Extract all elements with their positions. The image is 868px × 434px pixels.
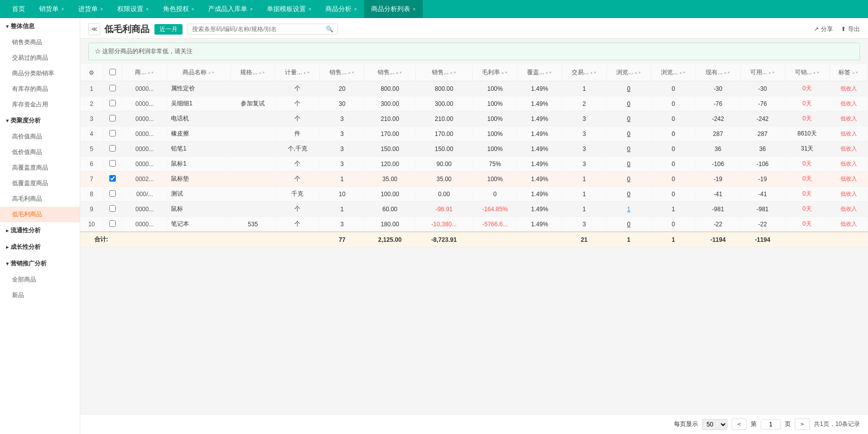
row-sales-amount: 60.00 xyxy=(365,202,416,217)
row-checkbox[interactable] xyxy=(109,175,116,182)
nav-role-auth[interactable]: 角色授权× xyxy=(156,0,202,18)
row-checkbox[interactable] xyxy=(109,190,116,197)
sidebar-group-overall-title[interactable]: ▾ 整体信息 xyxy=(0,18,80,35)
th-sales-qty[interactable]: 销售...▲▼ xyxy=(320,64,365,81)
th-browse2[interactable]: 浏览...▲▼ xyxy=(651,64,696,81)
row-coverage: 1.49% xyxy=(517,81,562,96)
nav-sales-order[interactable]: 销货单× xyxy=(32,0,71,18)
th-name[interactable]: 商品名称▲▼ xyxy=(167,64,231,81)
data-table: ⚙ 商...▲▼ 商品名称▲▼ 规格...▲▼ xyxy=(80,64,868,247)
page-number-input[interactable] xyxy=(761,419,781,429)
share-button[interactable]: ↗ 分享 xyxy=(814,25,833,34)
close-icon[interactable]: × xyxy=(100,7,103,12)
nav-home[interactable]: 首页 xyxy=(5,0,32,18)
th-sales-amount[interactable]: 销售...▲▼ xyxy=(365,64,416,81)
nav-product-warehouse[interactable]: 产成品入库单× xyxy=(201,0,260,18)
search-input[interactable] xyxy=(192,26,324,33)
th-unit[interactable]: 计量...▲▼ xyxy=(275,64,320,81)
nav-permission[interactable]: 权限设置× xyxy=(110,0,156,18)
th-settings[interactable]: ⚙ xyxy=(80,64,103,81)
total-sales-profit: -8,723.91 xyxy=(415,232,472,247)
sidebar-group-circulation-title[interactable]: ▸ 流通性分析 xyxy=(0,222,80,239)
sidebar-item-stock-capital[interactable]: 库存资金占用 xyxy=(0,97,80,112)
sidebar-item-low-coverage[interactable]: 低覆盖度商品 xyxy=(0,176,80,191)
nav-product-analysis-list[interactable]: 商品分析列表× xyxy=(364,0,423,18)
nav-template-settings[interactable]: 单据模板设置× xyxy=(260,0,318,18)
sidebar-item-high-margin[interactable]: 高毛利商品 xyxy=(0,191,80,207)
th-browse1[interactable]: 浏览...▲▼ xyxy=(606,64,651,81)
row-checkbox[interactable] xyxy=(109,160,116,167)
sidebar-item-low-margin[interactable]: 低毛利商品 xyxy=(0,207,80,222)
row-checkbox[interactable] xyxy=(109,220,116,227)
row-checkbox[interactable] xyxy=(109,130,116,136)
row-checkbox[interactable] xyxy=(109,85,116,91)
row-sales-qty: 20 xyxy=(320,81,365,96)
sidebar-item-high-coverage[interactable]: 高覆盖度商品 xyxy=(0,160,80,176)
row-spec: 535 xyxy=(231,217,275,232)
row-spec xyxy=(231,187,275,202)
sort-icon: ▲▼ xyxy=(813,71,820,75)
table-body: 1 0000... 属性定价 个 20 800.00 800.00 100% 1… xyxy=(80,81,868,232)
close-icon[interactable]: × xyxy=(146,7,149,12)
sidebar-item-low-value[interactable]: 低价值商品 xyxy=(0,144,80,160)
close-icon[interactable]: × xyxy=(192,7,195,12)
expand-arrow-icon: ▾ xyxy=(6,261,9,266)
close-icon[interactable]: × xyxy=(354,7,357,12)
row-name: 鼠标垫 xyxy=(167,172,231,187)
close-icon[interactable]: × xyxy=(61,7,64,12)
row-tag: 低收入 xyxy=(829,126,867,141)
row-sales-profit: 300.00 xyxy=(415,96,472,111)
close-icon[interactable]: × xyxy=(250,7,253,12)
row-spec xyxy=(231,202,275,217)
row-checkbox[interactable] xyxy=(109,100,116,106)
settings-icon[interactable]: ⚙ xyxy=(89,69,94,76)
row-gross-margin: -5766.6... xyxy=(473,217,517,232)
sidebar-item-all-goods[interactable]: 全部商品 xyxy=(0,272,80,287)
page-unit: 页 xyxy=(785,420,791,428)
row-unit: 个 xyxy=(275,81,320,96)
close-icon[interactable]: × xyxy=(308,7,311,12)
row-available: -30 xyxy=(740,81,785,96)
row-sellable: 0天 xyxy=(785,157,829,172)
sidebar-group-cluster-title[interactable]: ▾ 类聚度分析 xyxy=(0,112,80,129)
sidebar-group-marketing-title[interactable]: ▾ 营销推广分析 xyxy=(0,255,80,272)
sidebar-item-sales-goods[interactable]: 销售类商品 xyxy=(0,35,80,50)
th-tag[interactable]: 标签▲▼ xyxy=(829,64,867,81)
table-container[interactable]: ⚙ 商...▲▼ 商品名称▲▼ 规格...▲▼ xyxy=(80,64,868,414)
period-tag-button[interactable]: 近一月 xyxy=(154,24,183,35)
sidebar-item-category-rate[interactable]: 商品分类助销率 xyxy=(0,66,80,81)
th-sales-profit[interactable]: 销售...▲▼ xyxy=(415,64,472,81)
close-icon[interactable]: × xyxy=(413,7,416,12)
th-transaction[interactable]: 交易...▲▼ xyxy=(562,64,607,81)
sidebar-group-growth-title[interactable]: ▸ 成长性分析 xyxy=(0,239,80,255)
th-current-stock[interactable]: 现有...▲▼ xyxy=(696,64,740,81)
nav-purchase-order[interactable]: 进货单× xyxy=(71,0,110,18)
search-box: 🔍 xyxy=(188,24,338,35)
sidebar-item-traded-goods[interactable]: 交易过的商品 xyxy=(0,50,80,66)
next-page-button[interactable]: ＞ xyxy=(795,418,810,430)
sidebar-toggle-button[interactable]: ≪ xyxy=(88,23,100,35)
prev-page-button[interactable]: ＜ xyxy=(732,418,747,430)
row-checkbox[interactable] xyxy=(109,145,116,152)
export-button[interactable]: ⬆ 导出 xyxy=(841,25,860,34)
row-checkbox-cell xyxy=(103,202,122,217)
nav-product-analysis[interactable]: 商品分析× xyxy=(318,0,364,18)
row-current-stock: -242 xyxy=(696,111,740,126)
row-unit: 个 xyxy=(275,172,320,187)
th-available[interactable]: 可用...▲▼ xyxy=(740,64,785,81)
row-checkbox[interactable] xyxy=(109,205,116,212)
th-gross-margin[interactable]: 毛利率▲▼ xyxy=(473,64,517,81)
page-size-select[interactable]: 50 100 200 xyxy=(702,419,728,430)
select-all-checkbox[interactable] xyxy=(109,69,116,75)
sidebar-item-new-goods[interactable]: 新品 xyxy=(0,287,80,303)
th-sellable[interactable]: 可销...▲▼ xyxy=(785,64,829,81)
sidebar-item-in-stock[interactable]: 有库存的商品 xyxy=(0,81,80,97)
th-spec[interactable]: 规格...▲▼ xyxy=(231,64,275,81)
th-code[interactable]: 商...▲▼ xyxy=(122,64,167,81)
sidebar-item-high-value[interactable]: 高价值商品 xyxy=(0,129,80,144)
th-coverage[interactable]: 覆盖...▲▼ xyxy=(517,64,562,81)
sort-icon: ▲▼ xyxy=(450,71,457,75)
row-sales-amount: 180.00 xyxy=(365,217,416,232)
row-sellable: 0天 xyxy=(785,187,829,202)
row-checkbox[interactable] xyxy=(109,115,116,121)
